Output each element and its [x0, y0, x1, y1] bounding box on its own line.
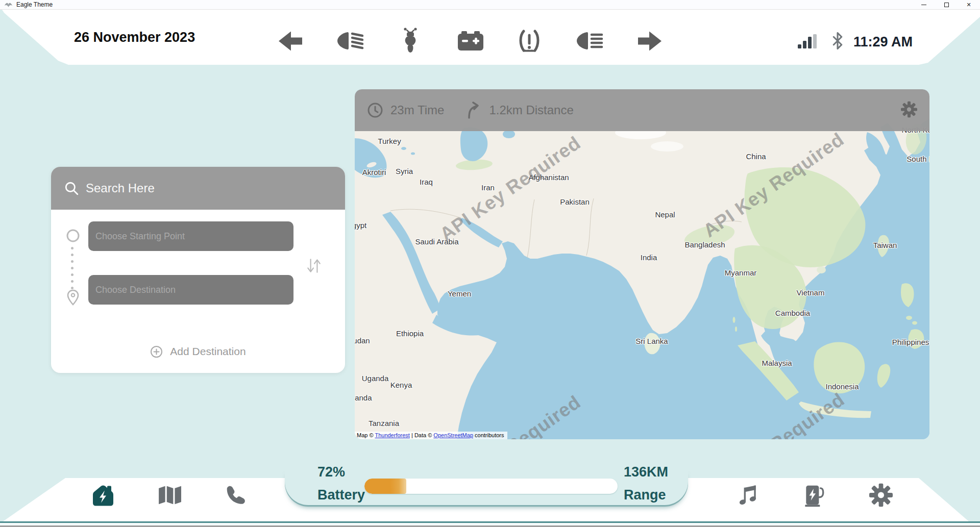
- battery-progress-bar: [364, 479, 618, 494]
- phone-icon: [225, 485, 247, 506]
- back-arrow-button[interactable]: [279, 32, 302, 53]
- route-time-icon: [367, 102, 383, 118]
- clock-time-label: 11:29 AM: [853, 34, 913, 50]
- bluetooth-icon: [832, 32, 843, 52]
- search-bar[interactable]: [51, 167, 345, 210]
- map-country-label: Egypt: [355, 221, 366, 230]
- map-attribution: Map © Thunderforest | Data © OpenStreetM…: [355, 432, 507, 439]
- route-distance-icon: [467, 102, 482, 119]
- route-info-bar: 23m Time 1.2km Distance: [355, 89, 929, 131]
- map-country-label: Tanzania: [369, 419, 399, 428]
- map-country-label: Yemen: [448, 289, 471, 298]
- nav-home-button[interactable]: [91, 484, 115, 509]
- map-country-label: Kenya: [390, 381, 412, 389]
- battery-percent-label: 72% Battery: [317, 461, 365, 507]
- map-country-label: Uganda: [362, 374, 389, 383]
- map-country-label: Pakistan: [560, 197, 590, 206]
- route-distance-label: 1.2km Distance: [489, 103, 573, 117]
- music-note-icon: [738, 484, 759, 507]
- window-titlebar: Eagle Theme ✕: [0, 0, 980, 10]
- map-country-label: Malaysia: [762, 359, 792, 367]
- map-country-label: Sudan: [355, 336, 370, 345]
- search-icon: [64, 181, 79, 195]
- window-title: Eagle Theme: [16, 1, 53, 8]
- map-country-label: Turkey: [378, 137, 401, 145]
- add-destination-label: Add Destination: [170, 345, 246, 358]
- swap-route-button[interactable]: [306, 258, 322, 275]
- map-settings-button[interactable]: [901, 102, 917, 119]
- battery-percent-value: 72%: [317, 461, 365, 484]
- map-country-label: Taiwan: [873, 241, 897, 249]
- date-label: 26 November 2023: [74, 10, 195, 65]
- ev-charger-icon: [803, 484, 826, 507]
- battery-progress-fill: [364, 479, 406, 494]
- eagle-logo-icon: [4, 1, 13, 8]
- close-icon[interactable]: ✕: [958, 0, 980, 9]
- starting-point-input[interactable]: [88, 221, 293, 251]
- map-country-label: Vietnam: [797, 288, 825, 297]
- map-country-label: South Korea: [906, 155, 929, 163]
- destination-pin-icon: [66, 289, 80, 308]
- range-word: Range: [624, 484, 668, 507]
- destination-input[interactable]: [88, 275, 293, 305]
- search-input[interactable]: [86, 181, 335, 195]
- map-country-label: Ethiopia: [396, 329, 424, 338]
- map-country-label: Nepal: [655, 210, 675, 219]
- swap-arrows-icon: [306, 258, 322, 274]
- attribution-text: Map ©: [357, 432, 374, 438]
- attribution-text: contributors: [475, 432, 504, 438]
- nav-settings-button[interactable]: [869, 484, 893, 509]
- forward-arrow-icon: [638, 32, 662, 51]
- top-banner: 26 November 2023 11:2: [0, 10, 980, 65]
- minimize-icon[interactable]: [913, 0, 935, 9]
- back-arrow-icon: [279, 32, 302, 51]
- openstreetmap-link[interactable]: OpenStreetMap: [433, 432, 473, 438]
- route-search-panel: Add Destination: [51, 167, 345, 373]
- start-point-icon: [65, 228, 81, 245]
- map-country-label: Sri Lanka: [635, 337, 668, 345]
- map-gear-icon: [901, 102, 917, 118]
- settings-gear-icon: [869, 484, 893, 507]
- battery-word: Battery: [317, 484, 365, 507]
- high-beam-headlight-icon: [576, 32, 603, 52]
- map-country-label: India: [641, 253, 657, 262]
- nav-phone-button[interactable]: [225, 485, 247, 508]
- map-country-label: Syria: [396, 167, 413, 175]
- low-beam-headlight-icon: [336, 32, 364, 52]
- forward-arrow-button[interactable]: [638, 32, 662, 53]
- nav-music-button[interactable]: [738, 484, 759, 508]
- map-icon: [158, 485, 181, 506]
- map-country-label: Cambodia: [775, 309, 810, 317]
- signal-strength-icon: [798, 33, 817, 51]
- range-value: 136KM: [624, 461, 668, 484]
- map-country-label: Bangladesh: [684, 240, 725, 249]
- map-country-label: China: [746, 152, 766, 161]
- nav-map-button[interactable]: [158, 485, 181, 508]
- thunderforest-link[interactable]: Thunderforest: [375, 432, 409, 438]
- nav-charging-button[interactable]: [803, 484, 826, 509]
- plus-circle-icon: [150, 345, 163, 358]
- tire-pressure-warning-icon: [518, 30, 541, 54]
- map-view[interactable]: TurkeyAkrotiriSyriaIraqIranAfghanistanPa…: [355, 89, 929, 439]
- range-label: 136KM Range: [624, 461, 668, 507]
- attribution-text: | Data ©: [411, 432, 432, 438]
- home-energy-icon: [91, 484, 115, 507]
- map-country-label: Indonesia: [825, 382, 859, 391]
- map-country-label: Philippines: [892, 338, 929, 346]
- route-dots-divider: [71, 247, 74, 289]
- route-time-label: 23m Time: [390, 103, 444, 117]
- map-country-label: Rwanda: [355, 393, 372, 402]
- map-country-label: Myanmar: [725, 268, 757, 277]
- battery-indicator-icon: [458, 31, 483, 53]
- add-destination-button[interactable]: Add Destination: [51, 339, 345, 364]
- maximize-icon[interactable]: [935, 0, 958, 9]
- map-country-label: Akrotiri: [362, 168, 386, 177]
- scooter-icon: [401, 27, 420, 55]
- map-country-label: Iraq: [420, 178, 433, 186]
